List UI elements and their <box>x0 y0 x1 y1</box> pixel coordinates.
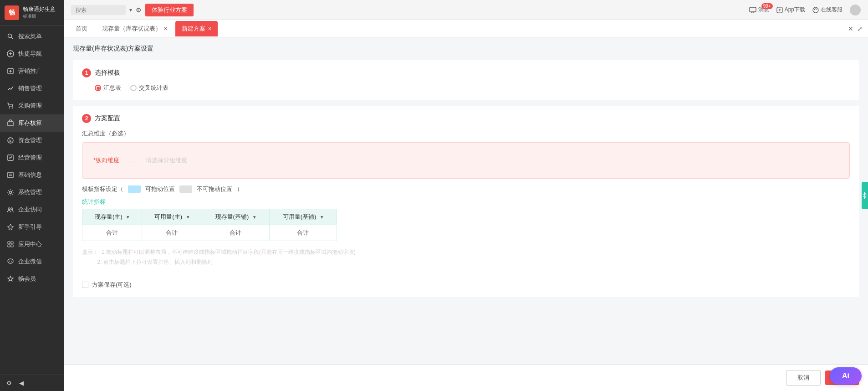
svg-point-27 <box>813 7 818 13</box>
svg-point-14 <box>8 208 10 210</box>
template-options: 汇总表 交叉统计表 <box>95 84 850 92</box>
section2-title: 方案配置 <box>95 114 120 123</box>
settings-icon[interactable]: ⚙ <box>6 380 12 386</box>
sidebar-item-label: 库存核算 <box>18 119 42 127</box>
sidebar: 畅 畅康通好生意 标准版 搜索菜单 快捷导航 营销推广 <box>0 0 64 391</box>
col-dropdown-0[interactable]: ▾ <box>127 214 129 220</box>
basic-info-icon <box>6 171 15 179</box>
radio-summary-btn[interactable] <box>95 85 101 91</box>
sidebar-item-member[interactable]: 畅会员 <box>0 270 64 288</box>
search-menu-icon <box>6 32 15 41</box>
tab-inventory-status[interactable]: 现存量（库存状况表） × <box>96 21 174 36</box>
sidebar-item-search-menu[interactable]: 搜索菜单 <box>0 28 64 45</box>
col-dropdown-3[interactable]: ▾ <box>321 214 323 220</box>
radio-crosstab-btn[interactable] <box>130 85 137 91</box>
svg-rect-18 <box>11 242 13 244</box>
gear-icon[interactable]: ⚙ <box>136 6 142 14</box>
right-edge-button[interactable] <box>862 182 868 209</box>
app-edition: 标准版 <box>23 13 56 20</box>
tab-new-plan[interactable]: 新建方案 × <box>175 21 218 36</box>
sidebar-item-new-guide[interactable]: 新手引导 <box>0 218 64 236</box>
svg-point-15 <box>11 208 13 210</box>
section1-title: 选择模板 <box>95 69 120 77</box>
col-dropdown-2[interactable]: ▾ <box>253 214 256 220</box>
operations-icon <box>6 154 15 162</box>
sidebar-item-marketing[interactable]: 营销推广 <box>0 62 64 80</box>
sidebar-item-finance[interactable]: ¥ 资金管理 <box>0 132 64 149</box>
dropdown-icon[interactable]: ▾ <box>129 7 132 13</box>
tip-2: 2. 点击标题栏下拉可设置排序、插入列和删除列 <box>82 257 850 268</box>
tab-new-plan-close[interactable]: × <box>208 26 211 32</box>
tab-close-all-icon[interactable]: ✕ <box>848 25 853 32</box>
section2-num: 2 <box>82 114 91 123</box>
sidebar-item-cooperation[interactable]: 企业协同 <box>0 201 64 218</box>
sidebar-item-label: 系统管理 <box>18 188 42 196</box>
svg-point-22 <box>9 261 10 262</box>
trial-button[interactable]: 体验行业方案 <box>145 4 194 16</box>
col-dropdown-1[interactable]: ▾ <box>187 214 189 220</box>
online-service-button[interactable]: 在线客服 <box>812 6 842 14</box>
user-profile[interactable] <box>850 5 861 15</box>
main-area: ▾ ⚙ 体验行业方案 消息 99+ App下载 在线客服 <box>64 0 868 391</box>
radio-summary[interactable]: 汇总表 <box>95 84 121 92</box>
sidebar-item-purchase[interactable]: 采购管理 <box>0 97 64 114</box>
sidebar-item-label: 应用中心 <box>18 240 42 248</box>
new-guide-icon <box>6 223 15 231</box>
dimension-title: 汇总维度（必选） <box>82 129 850 138</box>
app-center-icon <box>6 240 15 248</box>
indicator-movable-label: 可拖动位置 <box>145 185 175 193</box>
app-download-label: App下载 <box>785 6 805 14</box>
app-logo: 畅 畅康通好生意 标准版 <box>0 0 64 26</box>
page-title: 现存量(库存状况表)方案设置 <box>73 45 859 53</box>
ai-button[interactable]: Ai <box>830 367 862 385</box>
tabbar: 首页 现存量（库存状况表） × 新建方案 × ✕ ⤢ <box>64 20 868 37</box>
topbar-right: 消息 99+ App下载 在线客服 <box>749 5 861 15</box>
dimension-area[interactable]: *纵向维度 —— 请选择分组维度 <box>82 142 850 179</box>
col-header-3[interactable]: 可用量(基辅) ▾ <box>269 209 337 225</box>
search-input[interactable] <box>71 5 126 15</box>
tab-home[interactable]: 首页 <box>69 21 94 36</box>
col-header-2[interactable]: 现存量(基辅) ▾ <box>202 209 269 225</box>
col-header-0[interactable]: 现存量(主) ▾ <box>82 209 142 225</box>
sidebar-item-label: 采购管理 <box>18 102 42 110</box>
indicator-settings: 模板指标设定（ 可拖动位置 不可拖动位置 ） <box>82 185 850 193</box>
save-checkbox[interactable] <box>82 282 88 288</box>
tab-inventory-close[interactable]: × <box>164 26 167 32</box>
dimension-dash: —— <box>127 157 138 164</box>
svg-point-0 <box>8 34 12 38</box>
sidebar-item-label: 销售管理 <box>18 84 42 93</box>
logo-icon: 畅 <box>5 5 19 20</box>
quick-nav-icon <box>6 50 15 58</box>
system-icon <box>6 188 15 196</box>
finance-icon: ¥ <box>6 136 15 144</box>
sidebar-item-app-center[interactable]: 应用中心 <box>0 236 64 253</box>
right-edge-icon <box>863 191 867 200</box>
sidebar-item-inventory[interactable]: 库存核算 <box>0 114 64 132</box>
sidebar-item-operations[interactable]: 经营管理 <box>0 149 64 166</box>
radio-crosstab[interactable]: 交叉统计表 <box>130 84 168 92</box>
indicator-settings-close: ） <box>237 185 243 193</box>
svg-rect-19 <box>8 245 10 247</box>
sidebar-item-enterprise-wechat[interactable]: 企业微信 <box>0 253 64 270</box>
sidebar-item-label: 营销推广 <box>18 67 42 75</box>
content-area: 现存量(库存状况表)方案设置 1 选择模板 汇总表 交叉统计表 2 <box>64 37 868 364</box>
message-button[interactable]: 消息 99+ <box>749 6 769 14</box>
svg-text:¥: ¥ <box>9 139 12 143</box>
svg-rect-25 <box>750 7 756 12</box>
app-download-button[interactable]: App下载 <box>776 6 805 14</box>
sidebar-item-quick-nav[interactable]: 快捷导航 <box>0 45 64 62</box>
radio-summary-label: 汇总表 <box>103 84 121 92</box>
cancel-button[interactable]: 取消 <box>786 370 821 386</box>
sidebar-item-basic-info[interactable]: 基础信息 <box>0 166 64 184</box>
sidebar-item-label: 基础信息 <box>18 171 42 179</box>
tab-expand-icon[interactable]: ⤢ <box>857 25 863 32</box>
sidebar-item-sales[interactable]: 销售管理 <box>0 80 64 97</box>
tip-1: 提示： 1.拖动标题栏可以调整布局，不可跨维度或指标区域拖动拦目字段(只能在同一… <box>82 247 850 257</box>
stats-section: 统计指标 现存量(主) ▾ 可用量(主) ▾ <box>82 198 850 241</box>
col-header-1[interactable]: 可用量(主) ▾ <box>142 209 202 225</box>
avatar <box>850 5 861 15</box>
collapse-icon[interactable]: ◀ <box>19 380 24 386</box>
section1-num: 1 <box>82 68 91 77</box>
sidebar-item-system[interactable]: 系统管理 <box>0 184 64 201</box>
sidebar-item-label: 新手引导 <box>18 223 42 231</box>
